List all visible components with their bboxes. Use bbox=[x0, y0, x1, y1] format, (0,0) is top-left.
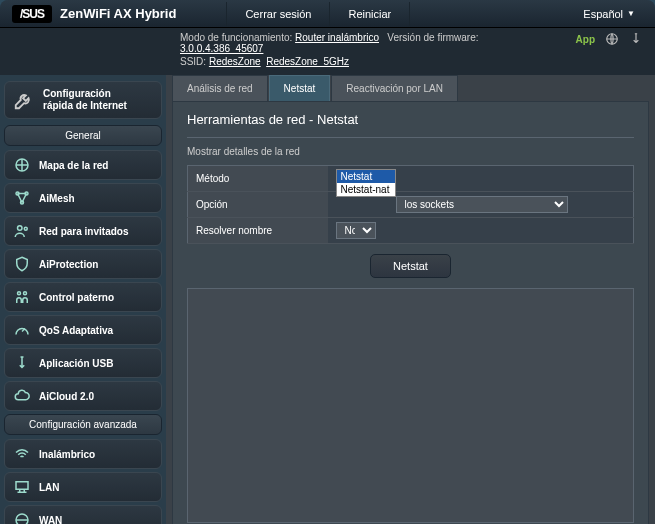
reboot-button[interactable]: Reiniciar bbox=[330, 2, 410, 26]
chevron-down-icon: ▼ bbox=[627, 9, 635, 18]
model-name: ZenWiFi AX Hybrid bbox=[60, 6, 176, 21]
tab-netstat[interactable]: Netstat bbox=[269, 75, 331, 101]
advanced-header: Configuración avanzada bbox=[4, 414, 162, 435]
svg-point-5 bbox=[18, 226, 23, 231]
users-icon bbox=[13, 222, 31, 240]
shield-icon bbox=[13, 255, 31, 273]
sidebar-aiprotection[interactable]: AiProtection bbox=[4, 249, 162, 279]
usb-icon[interactable] bbox=[629, 32, 643, 46]
sidebar-usb-app[interactable]: Aplicación USB bbox=[4, 348, 162, 378]
svg-point-10 bbox=[16, 514, 28, 524]
tab-bar: Análisis de red Netstat Reactivación por… bbox=[172, 75, 649, 101]
tab-wol[interactable]: Reactivación por LAN bbox=[331, 75, 458, 101]
sidebar-wan[interactable]: WAN bbox=[4, 505, 162, 524]
lan-icon bbox=[13, 478, 31, 496]
brand-logo: /SUS bbox=[12, 5, 52, 23]
method-option-netstat[interactable]: Netstat bbox=[337, 170, 395, 183]
svg-point-6 bbox=[24, 227, 27, 230]
option-select[interactable]: los sockets bbox=[396, 196, 568, 213]
method-option-netstat-nat[interactable]: Netstat-nat bbox=[337, 183, 395, 196]
sidebar-lan[interactable]: LAN bbox=[4, 472, 162, 502]
globe-icon bbox=[13, 156, 31, 174]
sidebar-wireless[interactable]: Inalámbrico bbox=[4, 439, 162, 469]
quick-setup-button[interactable]: Configuración rápida de Internet bbox=[4, 81, 162, 119]
netstat-button[interactable]: Netstat bbox=[370, 254, 451, 278]
app-badge[interactable]: App bbox=[576, 34, 595, 45]
svg-point-8 bbox=[24, 292, 27, 295]
firmware-value[interactable]: 3.0.0.4.386_45607 bbox=[180, 43, 263, 54]
ssid-label: SSID: bbox=[180, 56, 206, 67]
svg-rect-9 bbox=[16, 482, 28, 490]
language-selector[interactable]: Español ▼ bbox=[575, 4, 643, 24]
sidebar-network-map[interactable]: Mapa de la red bbox=[4, 150, 162, 180]
option-label: Opción bbox=[188, 192, 328, 218]
gauge-icon bbox=[13, 321, 31, 339]
logout-button[interactable]: Cerrar sesión bbox=[226, 2, 330, 26]
sidebar-aicloud[interactable]: AiCloud 2.0 bbox=[4, 381, 162, 411]
resolve-label: Resolver nombre bbox=[188, 218, 328, 244]
top-bar: /SUS ZenWiFi AX Hybrid Cerrar sesión Rei… bbox=[0, 0, 655, 28]
usb-icon bbox=[13, 354, 31, 372]
wifi-icon bbox=[13, 445, 31, 463]
tab-network-analysis[interactable]: Análisis de red bbox=[172, 75, 268, 101]
mode-value[interactable]: Router inalámbrico bbox=[295, 32, 379, 43]
sidebar-qos[interactable]: QoS Adaptativa bbox=[4, 315, 162, 345]
wrench-icon bbox=[13, 89, 35, 111]
svg-point-7 bbox=[18, 292, 21, 295]
main-content: Análisis de red Netstat Reactivación por… bbox=[166, 75, 655, 524]
ssid-2[interactable]: RedesZone_5GHz bbox=[266, 56, 349, 67]
panel-subtitle: Mostrar detalles de la red bbox=[187, 138, 634, 165]
output-area bbox=[187, 288, 634, 523]
mesh-icon bbox=[13, 189, 31, 207]
cloud-icon bbox=[13, 387, 31, 405]
ssid-1[interactable]: RedesZone bbox=[209, 56, 261, 67]
panel-title: Herramientas de red - Netstat bbox=[187, 112, 634, 138]
sidebar-aimesh[interactable]: AiMesh bbox=[4, 183, 162, 213]
general-header: General bbox=[4, 125, 162, 146]
sidebar-guest-network[interactable]: Red para invitados bbox=[4, 216, 162, 246]
info-bar: Modo de funcionamiento: Router inalámbri… bbox=[0, 28, 655, 75]
sidebar: Configuración rápida de Internet General… bbox=[0, 75, 166, 524]
sidebar-parental-control[interactable]: Control paterno bbox=[4, 282, 162, 312]
firmware-label: Versión de firmware: bbox=[387, 32, 478, 43]
method-dropdown-list[interactable]: Netstat Netstat-nat bbox=[336, 169, 396, 197]
family-icon bbox=[13, 288, 31, 306]
globe-icon bbox=[13, 511, 31, 524]
mode-label: Modo de funcionamiento: bbox=[180, 32, 292, 43]
resolve-select[interactable]: No bbox=[336, 222, 376, 239]
method-label: Método bbox=[188, 166, 328, 192]
globe-icon[interactable] bbox=[605, 32, 619, 46]
